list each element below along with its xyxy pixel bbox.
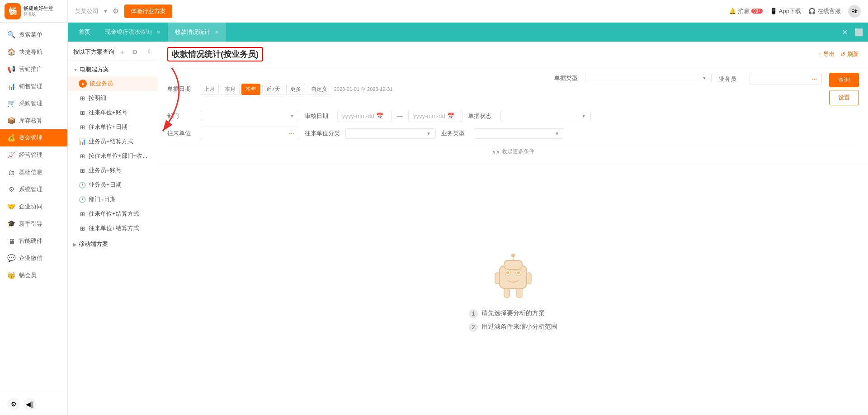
sidebar-item-operation[interactable]: 📈 经营管理: [0, 146, 67, 164]
query-btn[interactable]: 查询: [829, 73, 859, 87]
sidebar-item-guide[interactable]: 🎓 新手引导: [0, 215, 67, 232]
online-service-btn[interactable]: 🎧 在线客服: [808, 7, 841, 15]
notification-btn[interactable]: 🔔 消息 99+: [729, 7, 763, 15]
tree-item-partner-settle2[interactable]: ⊞ 往来单位+结算方式: [68, 221, 158, 236]
clock-icon: 🕐: [79, 196, 86, 203]
system-icon: ⚙: [7, 185, 15, 193]
doc-type-label: 单据类型: [554, 74, 581, 82]
grid-icon: ⊞: [79, 94, 86, 102]
tree-item-partner-settle1[interactable]: ⊞ 往来单位+结算方式: [68, 207, 158, 221]
marketing-icon: 📢: [7, 65, 15, 73]
tree-item-partner-dept-collect[interactable]: ⊞ 按往来单位+部门+收...: [68, 149, 158, 163]
partner-label: 往来单位: [167, 129, 194, 137]
app-download-btn[interactable]: 📱 App下载: [770, 7, 801, 15]
tree-item-by-detail[interactable]: ⊞ 按明细: [68, 91, 158, 105]
doc-type-select[interactable]: ▼: [585, 73, 712, 83]
tab-bank-flow[interactable]: 现金银行流水查询 ✕: [98, 23, 168, 42]
operation-icon: 📈: [7, 151, 15, 159]
date-btn-last-month[interactable]: 上月: [200, 84, 219, 95]
tree-item-partner-date[interactable]: ⊞ 往来单位+日期: [68, 120, 158, 134]
tip-num-2: 2: [469, 323, 478, 332]
window-maximize-btn[interactable]: ⬜: [854, 27, 864, 38]
sidebar-item-system[interactable]: ⚙ 系统管理: [0, 181, 67, 198]
sidebar-settings-btn[interactable]: ⚙: [7, 398, 20, 410]
partner-more-btn[interactable]: ···: [288, 129, 294, 137]
tab-home[interactable]: 首页: [71, 23, 98, 42]
sidebar-item-wechat[interactable]: 💬 企业微信: [0, 250, 67, 267]
tree-item-salesman-settle[interactable]: 📊 业务员+结算方式: [68, 134, 158, 149]
sidebar-collapse-btn[interactable]: ◀‖: [24, 398, 36, 410]
tree-item-label: 按明细: [89, 94, 106, 102]
sidebar-item-search[interactable]: 🔍 搜索菜单: [0, 26, 67, 43]
audit-date-from-input[interactable]: yyyy-mm-dd 📅: [337, 110, 392, 122]
topbar-settings-btn[interactable]: ⚙: [113, 7, 119, 15]
empty-tip-1: 1 请先选择要分析的方案: [469, 309, 557, 318]
doc-status-select[interactable]: ▼: [500, 111, 591, 121]
window-buttons: ✕ ⬜: [839, 27, 864, 38]
sidebar-item-hardware[interactable]: 🖥 智能硬件: [0, 232, 67, 250]
filter-row-2: 部门 ▼ 审核日期 yyyy-mm-dd 📅 — yyyy-mm-dd: [167, 110, 859, 122]
tree-item-label: 往来单位+账号: [89, 108, 127, 117]
search-icon: 🔍: [7, 31, 15, 39]
date-btn-this-month[interactable]: 本月: [221, 84, 240, 95]
sidebar-item-member[interactable]: 👑 畅会员: [0, 267, 67, 284]
partner-class-label: 往来单位分类: [305, 129, 340, 137]
audit-date-to-input[interactable]: yyyy-mm-dd 📅: [408, 110, 462, 122]
panel-collapse-btn[interactable]: 《: [142, 47, 152, 57]
tree-item-label: 业务员+日期: [89, 181, 122, 189]
partner-class-select[interactable]: ▼: [345, 128, 436, 139]
date-btn-custom[interactable]: 自定义: [307, 84, 331, 95]
dept-select[interactable]: ▼: [200, 111, 299, 121]
salesman-more-btn[interactable]: ···: [812, 75, 817, 82]
tree-item-by-salesman[interactable]: ● 按业务员: [68, 76, 158, 91]
sidebar-item-purchase[interactable]: 🛒 采购管理: [0, 95, 67, 112]
tree-item-dept-date[interactable]: 🕐 部门+日期: [68, 192, 158, 207]
sidebar-item-quick-nav[interactable]: 🏠 快捷导航: [0, 43, 67, 61]
sidebar-item-label: 企业协同: [19, 203, 42, 211]
tree-item-partner-account[interactable]: ⊞ 往来单位+账号: [68, 105, 158, 120]
empty-state: 1 请先选择要分析的方案 2 用过滤条件来缩小分析范围: [158, 164, 868, 415]
svg-rect-11: [517, 288, 522, 297]
collapse-more-btn[interactable]: ∧∧ 收起更多条件: [167, 145, 859, 158]
tree-item-label: 业务员+结算方式: [89, 137, 133, 146]
audit-date-from-value: yyyy-mm-dd: [342, 113, 374, 119]
user-avatar[interactable]: Rit: [848, 5, 861, 18]
date-btn-more[interactable]: 更多: [286, 84, 305, 95]
tab-bank-flow-close[interactable]: ✕: [156, 29, 160, 35]
export-btn[interactable]: ↑ 导出: [819, 50, 835, 58]
sidebar-item-label: 企业微信: [19, 254, 42, 262]
tab-collection-stats[interactable]: 收款情况统计 ✕: [168, 23, 226, 42]
partner-select[interactable]: ···: [200, 127, 299, 140]
online-service-label: 在线客服: [817, 7, 841, 15]
sidebar-item-marketing[interactable]: 📢 营销推广: [0, 61, 67, 78]
tree-item-salesman-date[interactable]: 🕐 业务员+日期: [68, 178, 158, 192]
sidebar-item-label: 新手引导: [19, 220, 42, 228]
topbar-dropdown-icon[interactable]: ▾: [104, 8, 107, 14]
tab-collection-stats-close[interactable]: ✕: [215, 29, 219, 35]
add-scheme-btn[interactable]: +: [117, 47, 127, 57]
tree-desktop-parent[interactable]: ▼ 电脑端方案: [68, 63, 158, 76]
biz-type-select[interactable]: ▼: [474, 128, 564, 139]
salesman-select[interactable]: ···: [750, 73, 822, 85]
tree-mobile-parent[interactable]: ▶ 移动端方案: [68, 237, 158, 251]
grid-icon: ⊞: [79, 123, 86, 131]
refresh-btn[interactable]: ↺ 刷新: [840, 50, 859, 58]
date-btn-this-year[interactable]: 本年: [241, 84, 260, 95]
sidebar-item-finance[interactable]: 💰 资金管理: [0, 129, 67, 146]
sidebar-item-inventory[interactable]: 📦 库存核算: [0, 112, 67, 129]
sidebar-item-corp[interactable]: 🤝 企业协同: [0, 198, 67, 215]
topbar-breadcrumb: 某某公司: [75, 7, 99, 15]
date-btn-7days[interactable]: 近7天: [262, 84, 284, 95]
setting-btn[interactable]: 设置: [829, 90, 859, 105]
page-title: 收款情况统计(按业务员): [167, 47, 263, 61]
scheme-settings-btn[interactable]: ⚙: [130, 47, 140, 57]
trial-btn[interactable]: 体验行业方案: [124, 5, 172, 18]
tree-item-salesman-account[interactable]: ⊞ 业务员+账号: [68, 163, 158, 178]
sidebar-item-base[interactable]: 🗂 基础信息: [0, 164, 67, 181]
tree-desktop-label: 电脑端方案: [80, 66, 109, 74]
chevron-down-icon: ▼: [702, 75, 707, 80]
filter-actions: 查询 设置: [829, 73, 859, 105]
window-close-btn[interactable]: ✕: [839, 27, 850, 38]
sidebar-item-sales[interactable]: 📊 销售管理: [0, 78, 67, 95]
download-icon: 📱: [770, 8, 777, 14]
